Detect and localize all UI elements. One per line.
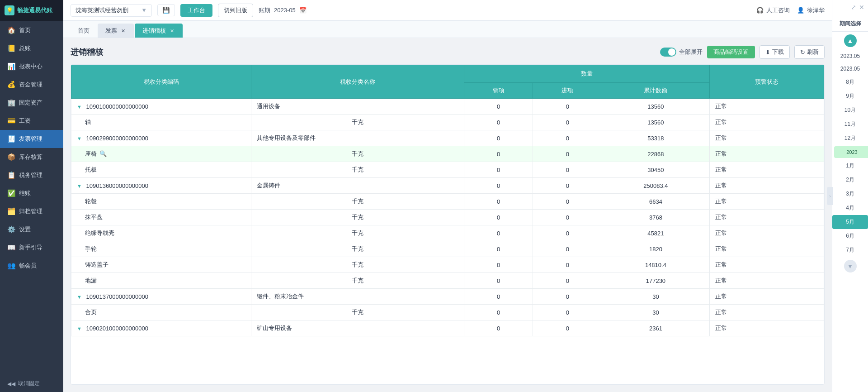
refresh-icon: ↻ (800, 49, 805, 56)
sidebar-item-assets[interactable]: 🏢 固定资产 (0, 94, 63, 112)
table-row-purchase: 0 (533, 146, 602, 162)
sidebar-item-home[interactable]: 🏠 首页 (0, 21, 63, 39)
tab-reconcile-label: 进销稽核 (142, 27, 166, 35)
sidebar-item-inventory[interactable]: 📦 库存核算 (0, 148, 63, 166)
table-row-name: 矿山专用设备 (251, 320, 464, 336)
tab-reconcile[interactable]: 进销稽核 ✕ (135, 24, 183, 38)
sidebar-item-settle[interactable]: ✅ 结账 (0, 184, 63, 202)
period-item[interactable]: 2月 (832, 173, 868, 187)
table-row-status: 正常 (709, 146, 824, 162)
expand-toggle[interactable] (660, 48, 676, 57)
sidebar-item-guide[interactable]: 📖 新手引导 (0, 239, 63, 257)
support-button[interactable]: 🎧 人工咨询 (756, 6, 790, 14)
table-row-sales: 0 (464, 241, 533, 257)
period-item[interactable]: 8月 (832, 75, 868, 89)
table-row-purchase: 0 (533, 162, 602, 178)
table-row-sales: 0 (464, 305, 533, 320)
period-item[interactable]: 9月 (832, 89, 868, 103)
table-row-purchase: 0 (533, 289, 602, 305)
table-row-code: ▼ 1090100000000000000 (71, 99, 251, 115)
table-row-total: 2361 (602, 320, 709, 336)
period-item[interactable]: 2023 (834, 146, 868, 158)
panel-close-icon[interactable]: ✕ (859, 4, 864, 11)
sidebar-item-label: 资金管理 (19, 81, 42, 89)
sidebar-item-ledger[interactable]: 📒 总账 (0, 39, 63, 57)
table-row-unit: 千克 (251, 115, 464, 130)
table-row-sales: 0 (464, 99, 533, 115)
table-row-purchase: 0 (533, 225, 602, 241)
settle-icon: ✅ (7, 189, 15, 197)
unpin-button[interactable]: ◀◀ 取消固定 (0, 375, 63, 392)
topbar-right: 🎧 人工咨询 👤 徐泽华 (756, 6, 825, 14)
tab-home[interactable]: 首页 (71, 24, 97, 38)
sidebar-item-salary[interactable]: 💳 工资 (0, 112, 63, 130)
period-item[interactable]: 4月 (832, 201, 868, 215)
user-profile[interactable]: 👤 徐泽华 (797, 6, 825, 14)
col-tax-name: 税收分类名称 (251, 65, 464, 99)
sidebar-item-label: 设置 (19, 225, 31, 234)
period-item[interactable]: 7月 (832, 243, 868, 257)
period-item[interactable]: 11月 (832, 117, 868, 131)
tabs-bar: 首页 发票 ✕ 进销稽核 ✕ (63, 21, 832, 38)
table-row-unit: 千克 (251, 162, 464, 178)
sidebar-item-archive[interactable]: 🗂️ 归档管理 (0, 202, 63, 220)
table-row-total: 30 (602, 289, 709, 305)
sidebar-item-label: 税务管理 (19, 171, 42, 179)
table-row-status: 正常 (709, 130, 824, 146)
sidebar-item-funds[interactable]: 💰 资金管理 (0, 76, 63, 94)
table-row-code: ▼ 1090299000000000000 (71, 130, 251, 146)
period-item[interactable]: 6月 (832, 229, 868, 243)
expand-icon[interactable]: ▼ (77, 294, 82, 300)
panel-toggle-icon[interactable]: › (827, 187, 833, 205)
table-row-sales: 0 (464, 225, 533, 241)
period-item[interactable]: 10月 (832, 103, 868, 117)
period-item[interactable]: 2023.05 (832, 50, 868, 62)
panel-expand-icon[interactable]: ⤢ (851, 4, 856, 11)
sidebar-item-reports[interactable]: 📊 报表中心 (0, 57, 63, 76)
download-button[interactable]: ⬇ 下载 (760, 45, 790, 59)
calendar-icon[interactable]: 📅 (299, 7, 307, 14)
table-row-name: 合页 (71, 305, 251, 320)
tab-reconcile-close-icon[interactable]: ✕ (169, 28, 175, 34)
switch-version-button[interactable]: 切到旧版 (218, 4, 253, 17)
table-row-purchase: 0 (533, 99, 602, 115)
sidebar-item-invoice[interactable]: 🧾 发票管理 (0, 130, 63, 148)
sidebar-item-settings[interactable]: ⚙️ 设置 (0, 220, 63, 239)
period-item[interactable]: 2023.05 (832, 62, 868, 75)
company-selector[interactable]: 沈海英测试经营勿删 ▼ (71, 4, 152, 17)
ledger-icon: 📒 (7, 44, 15, 53)
workbench-button[interactable]: 工作台 (180, 4, 212, 17)
table-row-sales: 0 (464, 273, 533, 289)
sidebar: 💡 畅捷通易代账 🏠 首页 📒 总账 📊 报表中心 💰 资金管理 🏢 固定资产 … (0, 0, 63, 392)
tab-invoice-close-icon[interactable]: ✕ (120, 28, 126, 34)
period-item[interactable]: 12月 (832, 131, 868, 145)
sidebar-item-tax[interactable]: 📋 税务管理 (0, 166, 63, 184)
expand-icon[interactable]: ▼ (77, 136, 82, 141)
scroll-down-button[interactable]: ▼ (844, 260, 857, 272)
expand-all-toggle[interactable]: 全部展开 (660, 48, 703, 57)
product-code-button[interactable]: 商品编码设置 (707, 46, 755, 58)
col-purchase: 进项 (533, 83, 602, 99)
headset-icon: 🎧 (756, 7, 764, 14)
period-item[interactable]: 5月 (832, 215, 868, 229)
expand-icon[interactable]: ▼ (77, 183, 82, 189)
col-quantity: 数量 (464, 65, 709, 83)
data-table: 税收分类编码 税收分类名称 数量 预警状态 销项 进项 累计数额 ▼ 1090 (71, 64, 825, 385)
sidebar-item-label: 固定资产 (19, 99, 42, 107)
period-item[interactable]: 3月 (832, 187, 868, 201)
expand-icon[interactable]: ▼ (77, 104, 82, 110)
period-item[interactable]: 1月 (832, 159, 868, 173)
tab-invoice[interactable]: 发票 ✕ (98, 24, 134, 38)
refresh-button[interactable]: ↻ 刷新 (794, 45, 825, 59)
scroll-up-button[interactable]: ▲ (844, 34, 857, 47)
table-row-code: ▼ 1090201000000000000 (71, 320, 251, 336)
table-row-total: 177230 (602, 273, 709, 289)
table-row-status: 正常 (709, 225, 824, 241)
search-icon[interactable]: 🔍 (99, 150, 107, 157)
table-row-purchase: 0 (533, 320, 602, 336)
tab-invoice-label: 发票 (105, 27, 117, 35)
expand-icon[interactable]: ▼ (77, 326, 82, 331)
sidebar-item-member[interactable]: 👥 畅会员 (0, 257, 63, 275)
guide-icon: 📖 (7, 244, 15, 252)
save-button[interactable]: 💾 (157, 4, 175, 16)
